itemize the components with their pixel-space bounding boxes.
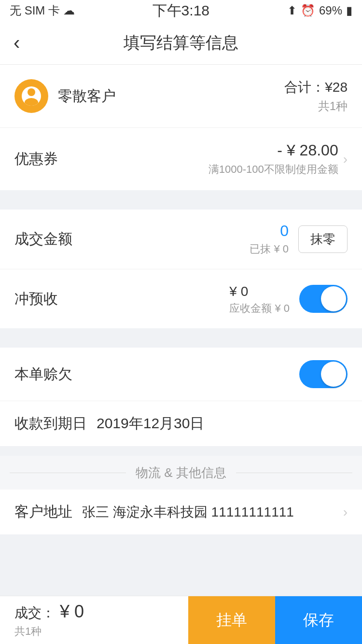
customer-name: 零散客户	[58, 86, 116, 106]
credit-toggle[interactable]	[299, 360, 348, 388]
battery-level: 69%	[319, 4, 342, 17]
deal-amount-row: 成交金额 0 已抹 ¥ 0 抹零	[0, 210, 362, 269]
credit-row: 本单赊欠	[0, 348, 362, 401]
address-row[interactable]: 客户地址 张三 海淀永丰科技园 11111111111 ›	[0, 490, 362, 534]
avatar-icon	[22, 86, 41, 106]
customer-right: 合计：¥28 共1种	[284, 78, 348, 114]
coupon-label: 优惠券	[14, 149, 58, 169]
status-time: 下午3:18	[153, 1, 209, 21]
customer-section: 零散客户 合计：¥28 共1种 优惠券 - ¥ 28.00 满1000-100不…	[0, 65, 362, 190]
logistics-label: 物流 & 其他信息	[136, 464, 226, 481]
sim-status: 无 SIM 卡 ☁	[10, 3, 75, 18]
status-bar: 无 SIM 卡 ☁ 下午3:18 ⬆ ⏰ 69% ▮	[0, 0, 362, 21]
battery-icon: ▮	[346, 4, 352, 17]
hold-button[interactable]: 挂单	[188, 596, 275, 644]
save-button[interactable]: 保存	[275, 596, 362, 644]
customer-row: 零散客户 合计：¥28 共1种	[0, 65, 362, 127]
due-date-row[interactable]: 收款到期日 2019年12月30日	[0, 401, 362, 446]
credit-section: 本单赊欠 收款到期日 2019年12月30日	[0, 348, 362, 446]
coupon-chevron-icon: ›	[343, 152, 348, 167]
total-amount: 合计：¥28	[284, 78, 348, 97]
total-count: 共1种	[284, 98, 348, 114]
address-section: 客户地址 张三 海淀永丰科技园 11111111111 ›	[0, 490, 362, 534]
bottom-deal-label: 成交：	[14, 604, 55, 622]
divider-2	[0, 338, 362, 348]
credit-toggle-knob	[321, 362, 346, 387]
bottom-bar: 成交： ¥ 0 共1种 挂单 保存	[0, 596, 362, 644]
deal-amount-value[interactable]: 0	[250, 222, 289, 240]
due-date-label: 收款到期日	[14, 414, 87, 434]
deal-section: 成交金额 0 已抹 ¥ 0 抹零 冲预收 ¥ 0 应收金额 ¥ 0	[0, 210, 362, 328]
back-button[interactable]: ‹	[14, 32, 20, 54]
coupon-detail: - ¥ 28.00 满1000-100不限制使用金额	[209, 141, 338, 177]
alarm-icon: ⏰	[301, 4, 315, 17]
nav-bar: ‹ 填写结算等信息	[0, 21, 362, 65]
coupon-desc: 满1000-100不限制使用金额	[209, 162, 338, 177]
due-date-value: 2019年12月30日	[97, 414, 204, 434]
logistics-divider: 物流 & 其他信息	[0, 456, 362, 490]
advance-toggle[interactable]	[299, 285, 348, 313]
location-icon: ⬆	[287, 4, 297, 17]
status-right: ⬆ ⏰ 69% ▮	[287, 4, 352, 17]
advance-label: 冲预收	[14, 289, 58, 309]
page-title: 填写结算等信息	[124, 32, 238, 54]
avatar	[14, 79, 48, 113]
round-zero-button[interactable]: 抹零	[298, 225, 348, 253]
status-left: 无 SIM 卡 ☁	[10, 3, 75, 18]
deal-amount-value-area: 0 已抹 ¥ 0 抹零	[250, 222, 348, 256]
advance-left: 冲预收	[14, 289, 58, 309]
address-label: 客户地址	[14, 502, 72, 522]
bottom-deal-row: 成交： ¥ 0	[14, 602, 174, 622]
advance-amount: ¥ 0	[229, 284, 290, 299]
bottom-spacer	[0, 544, 362, 597]
advance-payment-row: 冲预收 ¥ 0 应收金额 ¥ 0	[0, 269, 362, 328]
address-chevron-icon: ›	[343, 504, 348, 520]
credit-label: 本单赊欠	[14, 364, 72, 384]
advance-right: ¥ 0 应收金额 ¥ 0	[229, 282, 348, 316]
divider-1	[0, 200, 362, 210]
bottom-summary: 成交： ¥ 0 共1种	[0, 602, 188, 639]
bottom-deal-count: 共1种	[14, 624, 174, 639]
logistics-line-right	[236, 473, 352, 473]
coupon-right: - ¥ 28.00 满1000-100不限制使用金额 ›	[209, 141, 348, 177]
coupon-discount: - ¥ 28.00	[209, 141, 338, 159]
customer-left: 零散客户	[14, 79, 116, 113]
bottom-deal-amount: ¥ 0	[60, 602, 84, 622]
coupon-row[interactable]: 优惠券 - ¥ 28.00 满1000-100不限制使用金额 ›	[0, 127, 362, 190]
logistics-line-left	[10, 473, 126, 473]
advance-value-col: ¥ 0 应收金额 ¥ 0	[229, 282, 290, 316]
deal-amount-label: 成交金额	[14, 229, 72, 249]
deal-amount-right: 0 已抹 ¥ 0	[250, 222, 289, 256]
advance-sub: 应收金额 ¥ 0	[229, 301, 290, 316]
address-value: 张三 海淀永丰科技园 11111111111	[82, 503, 343, 521]
toggle-knob	[321, 286, 346, 311]
deal-amount-sub: 已抹 ¥ 0	[250, 242, 289, 256]
